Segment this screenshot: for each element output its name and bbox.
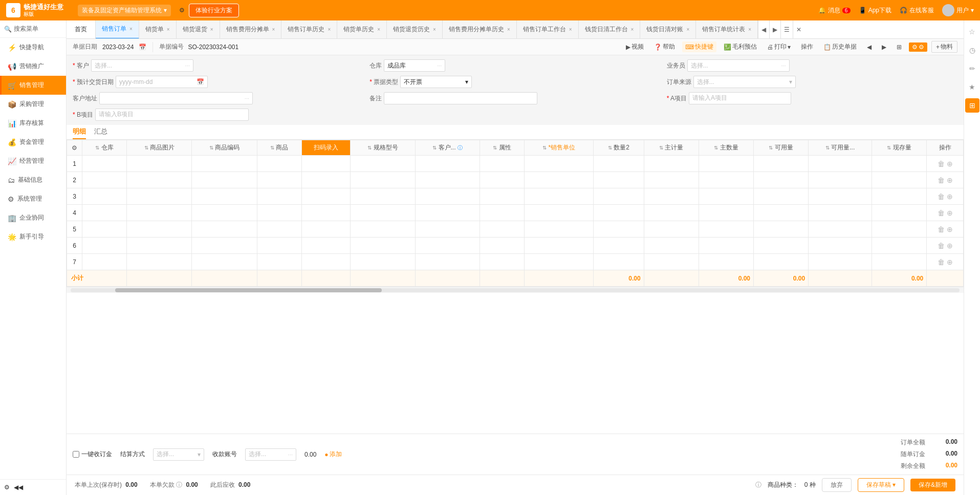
row5-warehouse[interactable] [82,221,127,238]
row6-copy-icon[interactable]: ⊕ [947,242,953,250]
tab-close-sales-order[interactable]: × [129,26,133,32]
row2-cust-code[interactable] [415,172,480,188]
row7-image[interactable] [127,254,192,270]
settings-right-btn[interactable]: ⚙ ⚙ [909,42,927,52]
tab-close-order-wb[interactable]: × [569,27,572,32]
row7-warehouse[interactable] [82,254,127,270]
col-product[interactable]: ⇅ 商品 [257,140,301,156]
sidebar-item-purchase[interactable]: 📦 采购管理 [0,95,66,114]
row7-sales-unit[interactable] [525,254,594,270]
goods-types-circle[interactable]: ⓘ [755,481,761,489]
row1-available[interactable] [753,156,808,172]
row3-product[interactable] [257,188,301,205]
tab-goods-history[interactable]: 销货单历史 × [337,20,387,39]
messages-btn[interactable]: 🔔 消息 6 [818,6,851,15]
row7-sku-code[interactable] [192,254,257,270]
row7-stock[interactable] [872,254,927,270]
right-icon-edit[interactable]: ✏ [965,61,979,76]
row5-stock[interactable] [872,221,927,238]
tab-sales-expense[interactable]: 销售费用分摊单 × [220,20,282,39]
row5-main-unit[interactable] [644,221,699,238]
row6-available[interactable] [753,238,808,254]
sidebar-item-finance[interactable]: 💰 资金管理 [0,133,66,152]
row2-spec[interactable] [350,172,415,188]
tab-sales-goods[interactable]: 销货单 × [139,20,177,39]
current-debt-circle[interactable]: ⓘ [176,481,182,488]
row5-sales-unit[interactable] [525,221,594,238]
tab-sales-stats[interactable]: 销售订单统计表 × [696,20,758,39]
row3-main-qty[interactable] [699,188,753,205]
row6-qty2[interactable] [594,238,644,254]
customer-address-input[interactable]: ··· [99,92,253,104]
row2-main-qty[interactable] [699,172,753,188]
view-video-btn[interactable]: ▶ 视频 [623,41,647,52]
row7-copy-icon[interactable]: ⊕ [947,258,953,266]
row6-available2[interactable] [809,238,872,254]
row7-attr[interactable] [480,254,525,270]
row6-spec[interactable] [350,238,415,254]
row3-spec[interactable] [350,188,415,205]
row3-available2[interactable] [809,188,872,205]
row7-product[interactable] [257,254,301,270]
sidebar-item-quick-nav[interactable]: ⚡ 快捷导航 [0,38,66,57]
row2-qty2[interactable] [594,172,644,188]
industry-btn[interactable]: 体验行业方案 [189,4,239,17]
row1-product[interactable] [257,156,301,172]
row2-image[interactable] [127,172,192,188]
invoice-type-select[interactable]: 不开票 ▾ [400,76,472,88]
tab-sales-order[interactable]: 销售订单 × [96,20,139,39]
row2-available2[interactable] [809,172,872,188]
row1-main-qty[interactable] [699,156,753,172]
row7-cust-code[interactable] [415,254,480,270]
app-download-btn[interactable]: 📱 App下载 [859,6,891,15]
row4-main-unit[interactable] [644,205,699,221]
row4-stock[interactable] [872,205,927,221]
row3-stock[interactable] [872,188,927,205]
col-sales-unit[interactable]: ⇅ *销售单位 [525,140,594,156]
row4-attr[interactable] [480,205,525,221]
help-btn[interactable]: ❓ 帮助 [651,41,678,52]
row4-sales-unit[interactable] [525,205,594,221]
col-spec[interactable]: ⇅ 规格型号 [350,140,415,156]
account-select[interactable]: 选择... ··· [245,448,296,461]
row2-copy-icon[interactable]: ⊕ [947,176,953,184]
row6-image[interactable] [127,238,192,254]
row3-attr[interactable] [480,188,525,205]
sidebar-item-sales[interactable]: 🛒 销售管理 [0,76,66,95]
row5-attr[interactable] [480,221,525,238]
row4-spec[interactable] [350,205,415,221]
row4-image[interactable] [127,205,192,221]
row7-delete-icon[interactable]: 🗑 [938,258,945,266]
row3-sales-unit[interactable] [525,188,594,205]
row3-sku-code[interactable] [192,188,257,205]
save-new-btn[interactable]: 保存&新增 [910,479,955,491]
row5-qty2[interactable] [594,221,644,238]
col-customer-code[interactable]: ⇅ 客户... ⓘ [415,140,480,156]
col-sku-code[interactable]: ⇅ 商品编码 [192,140,257,156]
row2-attr[interactable] [480,172,525,188]
row3-warehouse[interactable] [82,188,127,205]
row5-cust-code[interactable] [415,221,480,238]
tab-close-return-history[interactable]: × [433,27,436,32]
row7-available[interactable] [753,254,808,270]
shortcut-btn[interactable]: ⌨ 快捷键 [682,41,716,52]
warehouse-input[interactable]: 成品库 ··· [384,59,445,72]
row4-product[interactable] [257,205,301,221]
collapse-sidebar-icon[interactable]: ◀◀ [14,484,23,491]
row7-available2[interactable] [809,254,872,270]
row1-qty2[interactable] [594,156,644,172]
row1-image[interactable] [127,156,192,172]
col-settings[interactable]: ⚙ [67,140,82,156]
row6-stock[interactable] [872,238,927,254]
save-draft-btn[interactable]: 保存草稿 ▾ [858,478,904,492]
tab-sales-order-history[interactable]: 销售订单历史 × [281,20,337,39]
discard-btn[interactable]: 放弃 [822,478,852,492]
tab-order-workbench[interactable]: 销售订单工作台 × [517,20,579,39]
online-service-btn[interactable]: 🎧 在线客服 [900,6,934,15]
row5-available2[interactable] [809,221,872,238]
row3-cust-code[interactable] [415,188,480,205]
add-btn[interactable]: ● 添加 [324,450,341,459]
row5-image[interactable] [127,221,192,238]
row2-available[interactable] [753,172,808,188]
nav-prev-btn[interactable]: ◀ [864,42,875,52]
